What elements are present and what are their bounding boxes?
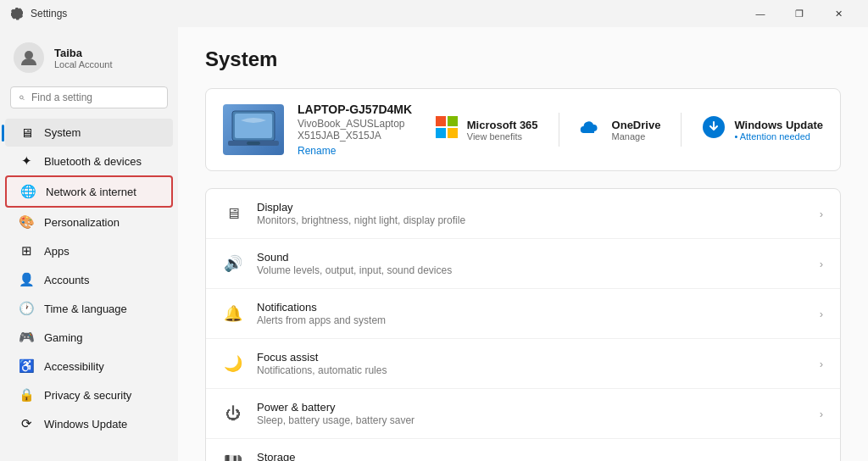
display-title: Display: [257, 201, 806, 214]
settings-item-focus-assist[interactable]: 🌙 Focus assist Notifications, automatic …: [206, 339, 840, 389]
sound-chevron: ›: [820, 258, 823, 270]
maximize-button[interactable]: ❐: [780, 0, 819, 27]
privacy-icon: 🔒: [19, 387, 34, 403]
close-button[interactable]: ✕: [819, 0, 858, 27]
sidebar-label-gaming: Gaming: [44, 331, 83, 344]
sidebar-label-system: System: [44, 126, 81, 139]
sidebar-item-time[interactable]: 🕐 Time & language: [5, 294, 173, 323]
time-icon: 🕐: [19, 301, 34, 316]
svg-rect-4: [235, 114, 272, 138]
svg-rect-9: [436, 128, 446, 138]
svg-rect-10: [448, 128, 458, 138]
focus-assist-icon: 🌙: [223, 354, 243, 373]
network-icon: 🌐: [20, 184, 36, 199]
settings-list: 🖥 Display Monitors, brightness, night li…: [205, 188, 841, 461]
user-account-type: Local Account: [54, 59, 113, 69]
sidebar-item-gaming[interactable]: 🎮 Gaming: [5, 323, 173, 352]
device-image: [223, 104, 284, 155]
storage-icon: 💾: [223, 454, 243, 461]
svg-point-1: [19, 95, 23, 98]
sound-icon: 🔊: [223, 254, 243, 273]
sidebar-item-privacy[interactable]: 🔒 Privacy & security: [5, 380, 173, 409]
avatar: [14, 42, 44, 73]
user-info: Taiba Local Account: [54, 47, 113, 69]
notifications-icon: 🔔: [223, 304, 243, 323]
divider2: [681, 113, 682, 147]
laptop-image: [228, 108, 279, 151]
display-text: Display Monitors, brightness, night ligh…: [257, 201, 806, 226]
power-battery-desc: Sleep, battery usage, battery saver: [257, 414, 806, 426]
svg-rect-6: [247, 142, 260, 145]
settings-item-power-battery[interactable]: ⏻ Power & battery Sleep, battery usage, …: [206, 389, 840, 439]
rename-link[interactable]: Rename: [298, 145, 421, 157]
winupdate-sub: • Attention needed: [734, 131, 823, 142]
settings-item-notifications[interactable]: 🔔 Notifications Alerts from apps and sys…: [206, 289, 840, 339]
quick-link-onedrive[interactable]: OneDrive Manage: [580, 118, 661, 142]
quick-link-winupdate[interactable]: Windows Update • Attention needed: [702, 115, 823, 144]
windows-update-icon: ⟳: [19, 416, 34, 431]
power-battery-chevron: ›: [820, 408, 823, 420]
main-content: System LAPTOP-GJ57D4MK VivoBook_ASUSLapt…: [178, 27, 868, 461]
quick-links: Microsoft 365 View benefits OneDrive Man…: [435, 113, 823, 147]
sidebar-item-network[interactable]: 🌐 Network & internet: [5, 175, 173, 208]
storage-text: Storage Storage space, drives, configura…: [257, 451, 806, 461]
settings-item-display[interactable]: 🖥 Display Monitors, brightness, night li…: [206, 189, 840, 239]
sidebar-item-accessibility[interactable]: ♿ Accessibility: [5, 352, 173, 380]
focus-assist-text: Focus assist Notifications, automatic ru…: [257, 351, 806, 376]
sidebar-item-windows-update[interactable]: ⟳ Windows Update: [5, 409, 173, 438]
user-profile[interactable]: Taiba Local Account: [0, 34, 178, 86]
focus-assist-chevron: ›: [820, 358, 823, 370]
sidebar: Taiba Local Account 🖥 System ✦ Bluetooth…: [0, 27, 178, 461]
sidebar-item-system[interactable]: 🖥 System: [5, 119, 173, 147]
sound-text: Sound Volume levels, output, input, soun…: [257, 251, 806, 276]
sidebar-item-bluetooth[interactable]: ✦ Bluetooth & devices: [5, 147, 173, 175]
quick-link-microsoft365-info: Microsoft 365 View benefits: [467, 119, 538, 142]
windows-update-icon: [702, 115, 726, 144]
ms365-icon-svg: [435, 115, 459, 139]
svg-rect-8: [448, 116, 458, 126]
personalization-icon: 🎨: [19, 214, 34, 230]
device-card: LAPTOP-GJ57D4MK VivoBook_ASUSLaptop X515…: [205, 88, 841, 171]
power-battery-text: Power & battery Sleep, battery usage, ba…: [257, 401, 806, 426]
bluetooth-icon: ✦: [19, 153, 34, 169]
search-box[interactable]: [10, 86, 168, 108]
sidebar-label-windows-update: Windows Update: [44, 418, 127, 430]
quick-link-microsoft365[interactable]: Microsoft 365 View benefits: [435, 115, 538, 144]
search-input[interactable]: [31, 92, 159, 103]
sidebar-label-accounts: Accounts: [44, 274, 89, 286]
focus-assist-desc: Notifications, automatic rules: [257, 364, 806, 376]
settings-app-icon: [10, 7, 24, 20]
quick-link-onedrive-info: OneDrive Manage: [612, 119, 661, 142]
power-battery-icon: ⏻: [223, 405, 243, 423]
quick-link-winupdate-info: Windows Update • Attention needed: [734, 119, 823, 142]
microsoft365-icon: [435, 115, 459, 144]
device-model: VivoBook_ASUSLaptop X515JAB_X515JA: [298, 118, 421, 142]
notifications-title: Notifications: [257, 301, 806, 314]
device-name: LAPTOP-GJ57D4MK: [298, 103, 421, 116]
winupdate-icon-svg: [702, 115, 726, 139]
display-desc: Monitors, brightness, night light, displ…: [257, 214, 806, 226]
svg-point-0: [25, 51, 33, 59]
onedrive-label: OneDrive: [612, 119, 661, 131]
sound-title: Sound: [257, 251, 806, 264]
app-body: Taiba Local Account 🖥 System ✦ Bluetooth…: [0, 27, 868, 461]
minimize-button[interactable]: —: [741, 0, 780, 27]
power-battery-title: Power & battery: [257, 401, 806, 414]
sidebar-item-accounts[interactable]: 👤 Accounts: [5, 265, 173, 294]
notifications-desc: Alerts from apps and system: [257, 314, 806, 326]
winupdate-label: Windows Update: [734, 119, 823, 131]
settings-item-storage[interactable]: 💾 Storage Storage space, drives, configu…: [206, 439, 840, 461]
sidebar-label-privacy: Privacy & security: [44, 389, 131, 402]
settings-item-sound[interactable]: 🔊 Sound Volume levels, output, input, so…: [206, 239, 840, 289]
microsoft365-sub: View benefits: [467, 131, 538, 142]
sidebar-item-personalization[interactable]: 🎨 Personalization: [5, 208, 173, 236]
microsoft365-label: Microsoft 365: [467, 119, 538, 131]
display-chevron: ›: [820, 208, 823, 220]
storage-title: Storage: [257, 451, 806, 461]
onedrive-icon-svg: [580, 118, 604, 136]
svg-rect-7: [436, 116, 446, 126]
accessibility-icon: ♿: [19, 358, 34, 374]
sidebar-label-accessibility: Accessibility: [44, 360, 104, 373]
svg-line-2: [23, 98, 25, 100]
sidebar-item-apps[interactable]: ⊞ Apps: [5, 236, 173, 265]
